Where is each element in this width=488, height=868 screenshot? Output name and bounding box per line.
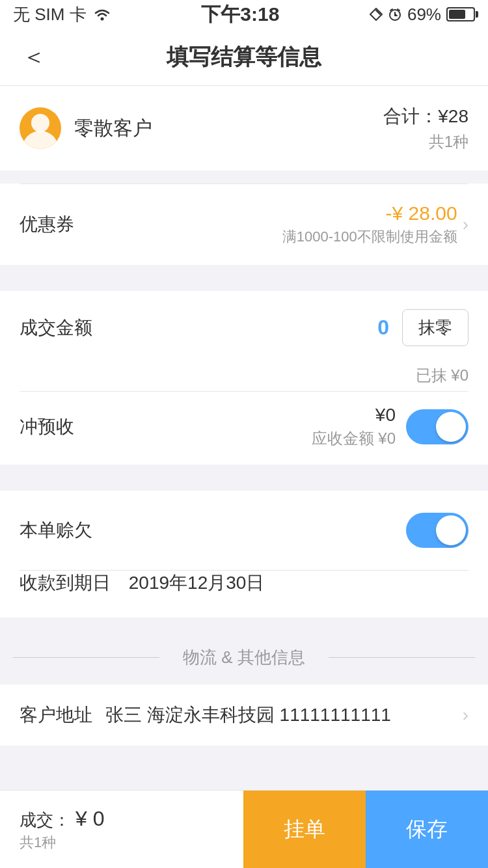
- due-date-label: 收款到期日: [20, 573, 111, 593]
- svg-point-3: [31, 114, 49, 132]
- svg-point-2: [22, 131, 59, 149]
- location-icon: [370, 8, 383, 21]
- logistics-label: 物流 & 其他信息: [183, 646, 305, 669]
- customer-left: 零散客户: [20, 107, 152, 149]
- coupon-row[interactable]: 优惠券 -¥ 28.00 满1000-100不限制使用金额 ›: [0, 184, 488, 265]
- customer-name: 零散客户: [74, 115, 152, 142]
- save-button[interactable]: 保存: [366, 791, 488, 868]
- section-gap-1: [0, 278, 488, 291]
- logistics-line-left: [13, 657, 159, 658]
- coupon-desc: 满1000-100不限制使用金额: [282, 227, 457, 247]
- chevron-right-icon: ›: [463, 214, 468, 235]
- bottom-deal-amount: ¥ 0: [75, 807, 104, 831]
- address-row[interactable]: 客户地址 张三 海淀永丰科技园 11111111111 ›: [0, 685, 488, 746]
- prepayment-amount: ¥0: [312, 405, 396, 426]
- bottom-deal-count: 共1种: [20, 833, 224, 852]
- avatar-icon: [20, 107, 61, 149]
- transaction-section: 成交金额 抹零 已抹 ¥0 冲预收 ¥0 应收金额 ¥0: [0, 291, 488, 465]
- battery-text: 69%: [407, 5, 441, 25]
- status-left: 无 SIM 卡: [13, 3, 111, 26]
- status-right: 69%: [370, 5, 475, 25]
- address-label: 客户地址: [20, 703, 92, 727]
- transaction-row: 成交金额 抹零: [0, 291, 488, 364]
- prepayment-right: ¥0 应收金额 ¥0: [312, 405, 468, 449]
- wifi-icon: [93, 8, 111, 21]
- bottom-buttons: 挂单 保存: [243, 791, 488, 868]
- transaction-right: 抹零: [337, 309, 468, 346]
- nav-bar: ＜ 填写结算等信息: [0, 29, 488, 86]
- credit-toggle[interactable]: [406, 513, 468, 548]
- logistics-line-right: [329, 657, 475, 658]
- section-gap-3: [0, 617, 488, 631]
- page-title: 填写结算等信息: [167, 42, 321, 72]
- bottom-deal-label: 成交：: [20, 809, 70, 832]
- battery-indicator: [446, 7, 475, 21]
- status-bar: 无 SIM 卡 下午3:18 69%: [0, 0, 488, 29]
- credit-row: 本单赊欠: [0, 491, 488, 570]
- address-section: 客户地址 张三 海淀永丰科技园 11111111111 ›: [0, 685, 488, 746]
- customer-summary: 合计：¥28 共1种: [383, 104, 468, 152]
- logistics-header: 物流 & 其他信息: [0, 631, 488, 685]
- svg-point-0: [100, 18, 103, 21]
- prepayment-receivable: 应收金额 ¥0: [312, 428, 396, 449]
- section-gap-2: [0, 465, 488, 478]
- avatar: [20, 107, 61, 149]
- coupon-discount: -¥ 28.00: [282, 202, 457, 224]
- no-sim-text: 无 SIM 卡: [13, 3, 87, 26]
- total-amount: 合计：¥28: [383, 104, 468, 129]
- transaction-label: 成交金额: [20, 316, 92, 340]
- customer-row: 零散客户 合计：¥28 共1种: [0, 86, 488, 170]
- coupon-section: 优惠券 -¥ 28.00 满1000-100不限制使用金额 ›: [0, 183, 488, 265]
- total-count: 共1种: [383, 131, 468, 152]
- transaction-amount-input[interactable]: [337, 316, 389, 340]
- prepayment-label: 冲预收: [20, 414, 74, 439]
- toggle-thumb: [436, 412, 466, 442]
- credit-section: 本单赊欠 收款到期日 2019年12月30日: [0, 491, 488, 617]
- prepayment-toggle[interactable]: [406, 409, 468, 444]
- address-value: 张三 海淀永丰科技园 11111111111: [105, 703, 463, 727]
- bottom-info: 成交： ¥ 0 共1种: [0, 791, 243, 868]
- bottom-deal-row: 成交： ¥ 0: [20, 807, 224, 832]
- status-time: 下午3:18: [201, 1, 279, 28]
- credit-label: 本单赊欠: [20, 518, 92, 543]
- customer-section: 零散客户 合计：¥28 共1种: [0, 86, 488, 170]
- coupon-right: -¥ 28.00 满1000-100不限制使用金额 ›: [282, 202, 468, 247]
- hold-button[interactable]: 挂单: [243, 791, 366, 868]
- coupon-label: 优惠券: [20, 212, 74, 237]
- already-rounded-text: 已抹 ¥0: [416, 366, 468, 384]
- bottom-bar: 成交： ¥ 0 共1种 挂单 保存: [0, 790, 488, 868]
- back-button[interactable]: ＜: [16, 34, 52, 79]
- address-chevron-icon: ›: [463, 705, 468, 726]
- due-date-row: 收款到期日 2019年12月30日: [0, 571, 488, 617]
- alarm-icon: [388, 7, 402, 21]
- round-button[interactable]: 抹零: [402, 309, 468, 346]
- due-date-value: 2019年12月30日: [129, 573, 265, 593]
- logistics-section: 物流 & 其他信息: [0, 631, 488, 685]
- prepayment-amounts: ¥0 应收金额 ¥0: [312, 405, 396, 449]
- coupon-value: -¥ 28.00 满1000-100不限制使用金额: [282, 202, 457, 247]
- credit-toggle-thumb: [436, 515, 466, 545]
